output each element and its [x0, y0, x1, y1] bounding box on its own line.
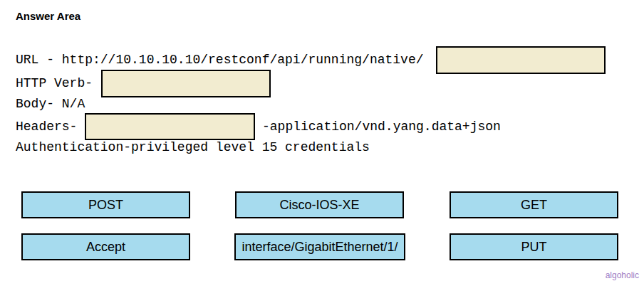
token-interface-path[interactable]: interface/GigabitEthernet/1/ — [234, 233, 405, 260]
blank-headers[interactable] — [85, 113, 255, 140]
authentication-line-text: Authentication-privileged level 15 crede… — [16, 140, 370, 154]
http-verb-line-text: HTTP Verb- — [16, 76, 93, 90]
answer-area-panel: Answer Area URL - http://10.10.10.10/res… — [0, 0, 644, 286]
url-line-text: URL - http://10.10.10.10/restconf/api/ru… — [16, 53, 424, 67]
token-accept[interactable]: Accept — [21, 233, 190, 260]
page-title: Answer Area — [16, 10, 80, 23]
token-cisco-ios-xe[interactable]: Cisco-IOS-XE — [235, 191, 404, 218]
watermark: algoholic — [606, 270, 639, 280]
token-post[interactable]: POST — [21, 191, 190, 218]
blank-url-path[interactable] — [436, 46, 606, 74]
blank-http-verb[interactable] — [101, 70, 271, 97]
token-get[interactable]: GET — [450, 191, 618, 218]
headers-line-text: Headers- — [16, 120, 77, 134]
headers-line-suffix-text: -application/vnd.yang.data+json — [262, 120, 501, 134]
token-put[interactable]: PUT — [450, 233, 618, 260]
body-line-text: Body- N/A — [16, 97, 85, 111]
